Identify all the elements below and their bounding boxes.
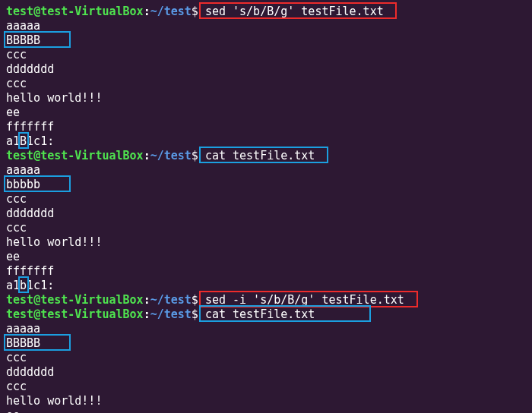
output-line: ccc xyxy=(6,192,526,206)
prompt-line-4: test@test-VirtualBox:~/test$ cat testFil… xyxy=(6,307,526,322)
colon: : xyxy=(144,5,150,18)
at: @ xyxy=(33,5,40,18)
output-line: ee xyxy=(6,408,526,413)
prompt-line-2: test@test-VirtualBox:~/test$ cat testFil… xyxy=(6,149,526,163)
output-line: ee xyxy=(6,106,526,120)
cmd-cat1: cat testFile.txt xyxy=(205,149,315,162)
output-line: fffffff xyxy=(6,120,526,134)
output-line: ddddddd xyxy=(6,62,526,77)
output-line: ddddddd xyxy=(6,206,526,221)
prompt-line-3: test@test-VirtualBox:~/test$ sed -i 's/b… xyxy=(6,293,526,307)
output-line: ccc xyxy=(6,351,526,365)
user: test xyxy=(6,5,33,18)
cmd-cat2: cat testFile.txt xyxy=(205,307,315,321)
output-line: a1b1c1: xyxy=(6,279,526,293)
output-line: a1B1c1: xyxy=(6,134,526,149)
output-line: ddddddd xyxy=(6,365,526,380)
output-line: hello world!!! xyxy=(6,235,526,250)
path: ~/test xyxy=(150,5,192,18)
output-line: ee xyxy=(6,250,526,264)
output-line: ccc xyxy=(6,77,526,91)
output-line: BBBBB xyxy=(6,33,526,48)
cmd-sed xyxy=(198,5,205,18)
output-line: ccc xyxy=(6,380,526,394)
cmd-sed-text: sed 's/b/B/g' testFile.txt xyxy=(205,5,384,18)
output-line: aaaaa xyxy=(6,19,526,33)
output-line: BBBBB xyxy=(6,336,526,351)
dollar: $ xyxy=(192,5,198,18)
prompt-line-1: test@test-VirtualBox:~/test$ sed 's/b/B/… xyxy=(6,5,526,19)
host: test-VirtualBox xyxy=(40,5,143,18)
output-line: bbbbb xyxy=(6,178,526,192)
output-line: aaaaa xyxy=(6,163,526,178)
output-line: aaaaa xyxy=(6,322,526,336)
output-line: ccc xyxy=(6,221,526,235)
cmd-sed-i: sed -i 's/b/B/g' testFile.txt xyxy=(205,293,404,307)
output-line: ccc xyxy=(6,48,526,62)
output-line: hello world!!! xyxy=(6,91,526,106)
output-line: hello world!!! xyxy=(6,394,526,408)
output-line: fffffff xyxy=(6,264,526,279)
